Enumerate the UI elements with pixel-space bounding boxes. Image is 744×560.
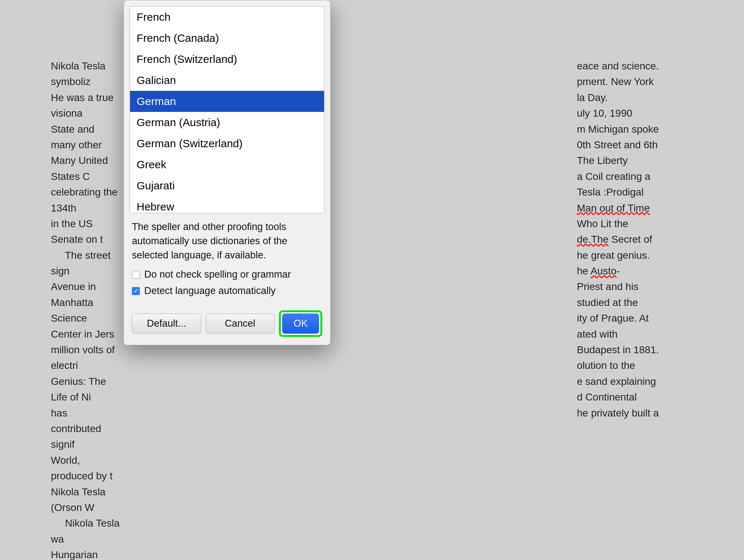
dialog-overlay: French French (Canada) French (Switzerla… [0, 0, 744, 560]
ok-highlight: OK [279, 310, 322, 337]
lang-greek[interactable]: Greek [130, 154, 324, 175]
ok-button[interactable]: OK [282, 314, 319, 334]
no-spell-check-checkbox[interactable] [132, 271, 140, 279]
language-dialog: French French (Canada) French (Switzerla… [124, 0, 331, 345]
lang-french-switzerland[interactable]: French (Switzerland) [130, 49, 324, 70]
lang-gujarati[interactable]: Gujarati [130, 175, 324, 196]
lang-galician[interactable]: Galician [130, 70, 324, 91]
lang-hebrew[interactable]: Hebrew [130, 196, 324, 213]
lang-german-austria[interactable]: German (Austria) [130, 112, 324, 133]
language-list[interactable]: French French (Canada) French (Switzerla… [130, 6, 324, 213]
detect-language-checkbox[interactable] [132, 287, 140, 295]
default-button[interactable]: Default... [132, 314, 201, 334]
no-spell-check-row[interactable]: Do not check spelling or grammar [132, 269, 322, 280]
lang-german-switzerland[interactable]: German (Switzerland) [130, 133, 324, 154]
detect-language-row[interactable]: Detect language automatically [132, 285, 322, 297]
no-spell-check-label: Do not check spelling or grammar [144, 269, 291, 280]
detect-language-label: Detect language automatically [144, 285, 276, 297]
lang-german[interactable]: German [130, 91, 324, 112]
dialog-description: The speller and other proofing tools aut… [124, 213, 330, 266]
lang-french-canada[interactable]: French (Canada) [130, 28, 324, 49]
cancel-button[interactable]: Cancel [206, 314, 275, 334]
checkbox-area: Do not check spelling or grammar Detect … [124, 266, 330, 307]
lang-french[interactable]: French [130, 7, 324, 28]
button-row: Default... Cancel OK [124, 307, 330, 345]
